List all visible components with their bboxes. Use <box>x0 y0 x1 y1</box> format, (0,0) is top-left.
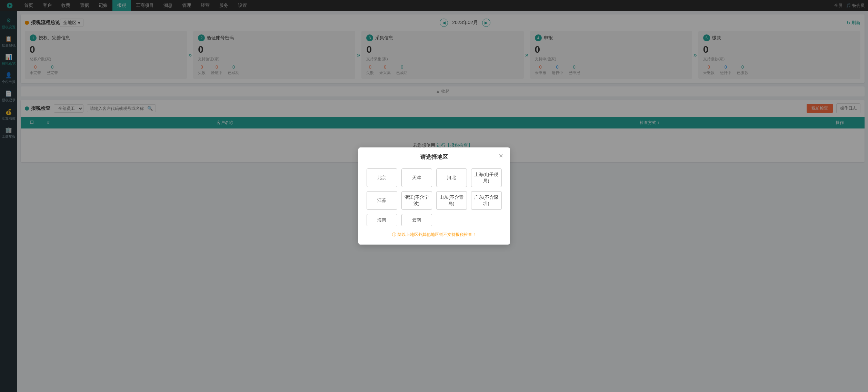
region-row-3: 海南 云南 <box>367 214 502 226</box>
region-btn-shanghai[interactable]: 上海(电子税局) <box>471 168 502 187</box>
region-btn-zhejiang[interactable]: 浙江(不含宁波) <box>401 191 432 210</box>
region-select-modal: 请选择地区 ✕ 北京 天津 河北 上海(电子税局) 江苏 浙江(不含宁波) 山东… <box>358 147 510 245</box>
region-btn-jiangsu[interactable]: 江苏 <box>367 191 397 210</box>
region-btn-beijing[interactable]: 北京 <box>367 168 397 187</box>
region-btn-hainan[interactable]: 海南 <box>367 214 397 226</box>
region-row-2: 江苏 浙江(不含宁波) 山东(不含青岛) 广东(不含深圳) <box>367 191 502 210</box>
region-btn-yunnan[interactable]: 云南 <box>401 214 432 226</box>
region-row-1: 北京 天津 河北 上海(电子税局) <box>367 168 502 187</box>
modal-close-btn[interactable]: ✕ <box>498 152 505 159</box>
region-btn-guangdong[interactable]: 广东(不含深圳) <box>471 191 502 210</box>
modal-title: 请选择地区 <box>420 154 448 161</box>
warning-icon: ⓘ <box>392 232 396 238</box>
region-btn-shandong[interactable]: 山东(不含青岛) <box>436 191 467 210</box>
modal-overlay[interactable]: 请选择地区 ✕ 北京 天津 河北 上海(电子税局) 江苏 浙江(不含宁波) 山东… <box>0 0 868 392</box>
modal-body: 北京 天津 河北 上海(电子税局) 江苏 浙江(不含宁波) 山东(不含青岛) 广… <box>358 165 510 245</box>
region-btn-tianjin[interactable]: 天津 <box>401 168 432 187</box>
modal-warning: ⓘ 除以上地区外其他地区暂不支持报税检查！ <box>367 232 502 238</box>
modal-header: 请选择地区 ✕ <box>358 147 510 165</box>
region-btn-hebei[interactable]: 河北 <box>436 168 467 187</box>
